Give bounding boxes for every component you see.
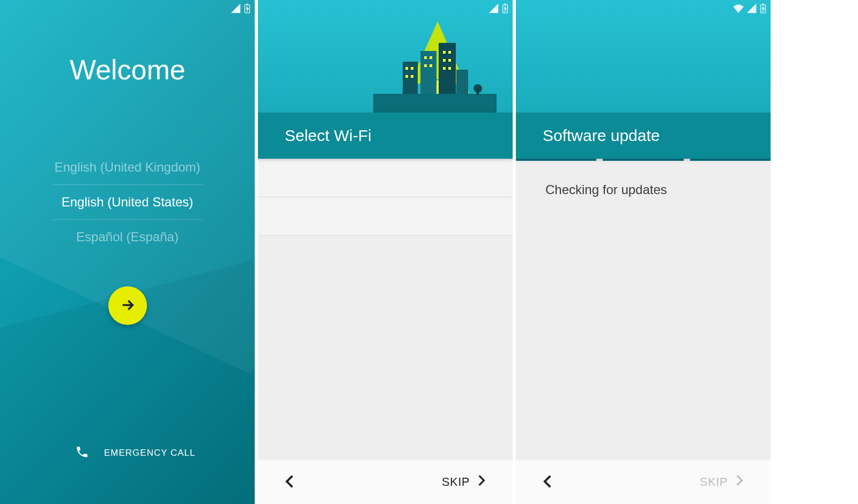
status-bar xyxy=(0,0,255,17)
wifi-title-bar: Select Wi-Fi xyxy=(258,113,513,159)
wifi-row[interactable] xyxy=(258,159,513,197)
bottom-nav-bar: SKIP xyxy=(516,460,771,504)
svg-rect-1 xyxy=(246,4,248,5)
svg-rect-21 xyxy=(448,59,451,62)
svg-rect-15 xyxy=(430,56,432,59)
status-bar xyxy=(258,0,513,17)
wifi-row[interactable] xyxy=(258,197,513,236)
chevron-right-icon xyxy=(477,475,486,490)
language-option-below[interactable]: Español (España) xyxy=(53,220,203,254)
back-button[interactable] xyxy=(543,475,552,490)
svg-rect-5 xyxy=(373,94,497,113)
svg-rect-10 xyxy=(405,67,408,70)
svg-rect-18 xyxy=(443,51,446,54)
svg-rect-8 xyxy=(439,43,456,94)
next-button[interactable] xyxy=(108,286,147,325)
svg-rect-23 xyxy=(448,67,451,70)
wifi-network-list[interactable] xyxy=(258,159,513,236)
wifi-full-icon xyxy=(733,4,744,13)
svg-rect-13 xyxy=(411,75,413,78)
arrow-right-icon xyxy=(120,298,135,314)
status-bar xyxy=(516,0,771,17)
emergency-call-button[interactable]: EMERGENCY CALL xyxy=(0,445,255,504)
progress-indicator xyxy=(516,159,771,161)
skip-button[interactable]: SKIP xyxy=(442,475,486,490)
wifi-title: Select Wi-Fi xyxy=(285,127,372,145)
skip-label: SKIP xyxy=(700,475,728,489)
svg-rect-11 xyxy=(411,67,413,70)
skip-button-disabled: SKIP xyxy=(700,475,744,490)
svg-rect-19 xyxy=(448,51,451,54)
signal-cellular-empty-icon xyxy=(231,4,241,13)
svg-rect-25 xyxy=(477,88,479,95)
update-title-bar: Software update xyxy=(516,113,771,159)
svg-rect-14 xyxy=(424,56,427,59)
chevron-left-icon xyxy=(285,482,294,490)
svg-rect-6 xyxy=(403,62,418,94)
software-update-screen: Software update Checking for updates SKI… xyxy=(516,0,771,504)
svg-rect-7 xyxy=(420,51,437,94)
wifi-screen: Select Wi-Fi SKIP xyxy=(258,0,513,504)
language-option-selected[interactable]: English (United States) xyxy=(53,184,203,220)
update-title: Software update xyxy=(543,127,660,145)
svg-rect-27 xyxy=(762,4,764,5)
welcome-title: Welcome xyxy=(70,54,255,86)
language-picker[interactable]: English (United Kingdom) English (United… xyxy=(53,150,203,254)
svg-rect-20 xyxy=(443,59,446,62)
svg-rect-17 xyxy=(430,64,432,67)
battery-charging-icon xyxy=(760,4,766,13)
welcome-screen: Welcome English (United Kingdom) English… xyxy=(0,0,255,504)
signal-cellular-empty-icon xyxy=(489,4,499,13)
svg-rect-12 xyxy=(405,75,408,78)
svg-rect-3 xyxy=(504,4,506,5)
bottom-nav-bar: SKIP xyxy=(258,460,513,504)
chevron-left-icon xyxy=(543,482,552,490)
chevron-right-icon xyxy=(735,475,744,490)
battery-charging-icon xyxy=(244,4,250,13)
back-button[interactable] xyxy=(285,475,294,490)
language-option-above[interactable]: English (United Kingdom) xyxy=(53,150,203,184)
emergency-call-label: EMERGENCY CALL xyxy=(104,448,196,458)
svg-rect-16 xyxy=(424,64,427,67)
update-status-text: Checking for updates xyxy=(516,161,771,219)
phone-icon xyxy=(75,445,89,461)
signal-cellular-empty-icon xyxy=(747,4,757,13)
svg-rect-9 xyxy=(456,70,468,94)
skip-label: SKIP xyxy=(442,475,470,489)
svg-rect-22 xyxy=(443,67,446,70)
battery-charging-icon xyxy=(502,4,508,13)
